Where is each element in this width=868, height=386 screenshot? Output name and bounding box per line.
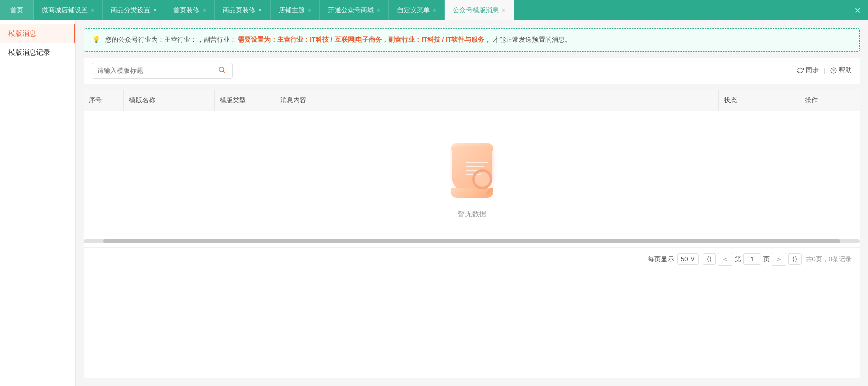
empty-text: 暂无数据 xyxy=(458,210,486,219)
notice-banner: 💡 您的公众号行业为：主营行业：，副营行业： 需要设置为：主营行业：IT科技 /… xyxy=(84,28,860,52)
tab-wechat-shop-label: 开通公众号商城 xyxy=(328,6,374,15)
search-input-wrapper xyxy=(92,63,233,79)
sync-button[interactable]: 同步 xyxy=(797,66,819,75)
scrollbar-thumb xyxy=(103,239,841,243)
sidebar-item-template-records[interactable]: 模版消息记录 xyxy=(0,43,75,62)
tab-weshop-close[interactable]: × xyxy=(91,7,94,13)
tab-product-decor-close[interactable]: × xyxy=(258,7,262,13)
tab-homepage-decor-label: 首页装修 xyxy=(173,6,199,15)
tab-category-label: 商品分类设置 xyxy=(111,6,150,15)
page-size-wrapper: 每页显示 50 ∨ xyxy=(648,253,698,265)
col-index: 序号 xyxy=(84,90,124,111)
tab-wechat-shop[interactable]: 开通公众号商城 × xyxy=(320,0,389,20)
page-label-after: 页 xyxy=(763,255,770,264)
tab-template-msg-close[interactable]: × xyxy=(502,7,505,13)
total-info: 共0页，0条记录 xyxy=(806,255,852,264)
sidebar-item-template-msg-label: 模版消息 xyxy=(8,29,36,37)
tab-home-label: 首页 xyxy=(10,6,23,15)
notice-suffix: 才能正常发送预置的消息。 xyxy=(493,36,571,43)
tab-template-msg[interactable]: 公众号模版消息 × xyxy=(445,0,514,20)
sidebar-item-template-records-label: 模版消息记录 xyxy=(8,48,50,56)
tab-weshop[interactable]: 微商城店铺设置 × xyxy=(34,0,103,20)
notice-prefix: 您的公众号行业为：主营行业：，副营行业： xyxy=(105,36,236,43)
page-nav: ⟨⟨ ＜ 第 页 ＞ ⟩⟩ xyxy=(703,253,802,266)
empty-illustration xyxy=(442,141,502,202)
tab-homepage-decor-close[interactable]: × xyxy=(203,7,206,13)
col-type: 模版类型 xyxy=(215,90,275,111)
search-actions: 同步 | 帮助 xyxy=(797,66,852,75)
tab-custom-menu-label: 自定义菜单 xyxy=(397,6,430,15)
tab-weshop-label: 微商城店铺设置 xyxy=(42,6,88,15)
search-input[interactable] xyxy=(92,64,213,78)
tab-product-decor[interactable]: 商品页装修 × xyxy=(215,0,271,20)
search-bar: 同步 | 帮助 xyxy=(84,58,860,84)
scrollbar-area[interactable] xyxy=(84,239,860,243)
help-button[interactable]: 帮助 xyxy=(830,66,852,75)
tab-theme-close[interactable]: × xyxy=(308,7,311,13)
table-container: 序号 模版名称 模版类型 消息内容 状态 操作 xyxy=(84,90,860,378)
main-layout: 模版消息 模版消息记录 💡 您的公众号行业为：主营行业：，副营行业： 需要设置为… xyxy=(0,20,868,386)
sidebar: 模版消息 模版消息记录 xyxy=(0,20,76,386)
scroll-line-1 xyxy=(466,162,488,163)
page-size-label: 每页显示 xyxy=(648,255,674,264)
sync-label: 同步 xyxy=(806,66,819,75)
table-header: 序号 模版名称 模版类型 消息内容 状态 操作 xyxy=(84,90,860,111)
chevron-down-icon: ∨ xyxy=(690,255,695,263)
notice-highlight: 需要设置为：主营行业：IT科技 / 互联网|电子商务，副营行业：IT科技 / I… xyxy=(238,36,491,43)
tab-theme-label: 店铺主题 xyxy=(279,6,305,15)
tab-category-close[interactable]: × xyxy=(153,7,157,13)
tab-homepage-decor[interactable]: 首页装修 × xyxy=(165,0,215,20)
search-button[interactable] xyxy=(213,63,230,78)
page-size-select[interactable]: 50 ∨ xyxy=(677,253,698,265)
page-label-before: 第 xyxy=(735,255,741,264)
help-label: 帮助 xyxy=(839,66,852,75)
scroll-line-2 xyxy=(466,166,484,167)
sidebar-item-template-msg[interactable]: 模版消息 xyxy=(0,24,75,43)
tab-custom-menu[interactable]: 自定义菜单 × xyxy=(389,0,445,20)
next-page-button[interactable]: ＞ xyxy=(772,253,786,266)
col-status: 状态 xyxy=(719,90,799,111)
close-all-tabs-button[interactable]: ✕ xyxy=(847,6,868,15)
tab-category[interactable]: 商品分类设置 × xyxy=(103,0,165,20)
first-page-button[interactable]: ⟨⟨ xyxy=(703,253,716,265)
lightbulb-icon: 💡 xyxy=(92,36,100,43)
col-action: 操作 xyxy=(799,90,860,111)
last-page-button[interactable]: ⟩⟩ xyxy=(788,253,802,265)
col-content: 消息内容 xyxy=(275,90,719,111)
svg-line-1 xyxy=(223,71,225,73)
tab-home[interactable]: 首页 xyxy=(0,0,34,20)
content-area: 💡 您的公众号行业为：主营行业：，副营行业： 需要设置为：主营行业：IT科技 /… xyxy=(76,20,868,386)
tab-theme[interactable]: 店铺主题 × xyxy=(271,0,320,20)
tab-custom-menu-close[interactable]: × xyxy=(433,7,436,13)
tab-product-decor-label: 商品页装修 xyxy=(223,6,255,15)
tab-bar: 首页 微商城店铺设置 × 商品分类设置 × 首页装修 × 商品页装修 × 店铺主… xyxy=(0,0,868,20)
pagination: 每页显示 50 ∨ ⟨⟨ ＜ 第 页 ＞ ⟩⟩ xyxy=(84,247,860,271)
tab-wechat-shop-close[interactable]: × xyxy=(377,7,380,13)
page-number-input[interactable] xyxy=(743,253,761,265)
empty-state: 暂无数据 xyxy=(84,111,860,239)
page-input-wrapper: 第 页 xyxy=(735,253,770,265)
page-size-value: 50 xyxy=(681,255,688,263)
divider: | xyxy=(824,67,825,74)
prev-page-button[interactable]: ＜ xyxy=(718,253,732,266)
magnifier-icon xyxy=(472,169,492,189)
col-name: 模版名称 xyxy=(124,90,215,111)
tab-template-msg-label: 公众号模版消息 xyxy=(453,6,499,15)
